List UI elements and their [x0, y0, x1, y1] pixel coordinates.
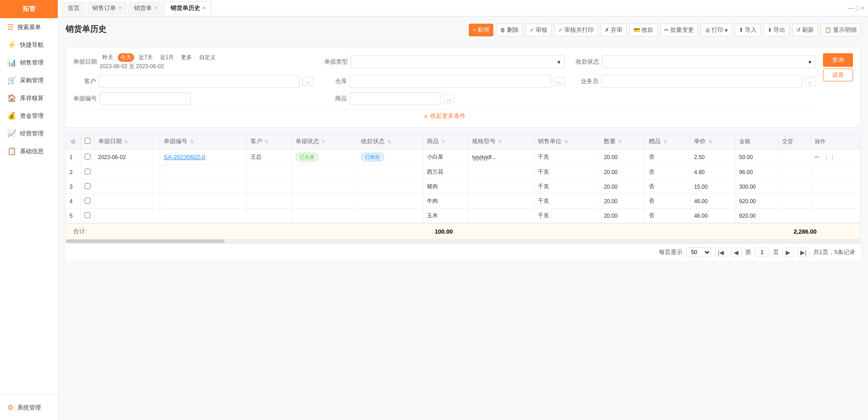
edit-icon[interactable]: ✏	[815, 154, 820, 160]
sort-icon[interactable]: ⇅	[498, 139, 502, 144]
last-page-btn[interactable]: ▶|	[797, 248, 809, 257]
search-menu-icon: ☰	[7, 23, 14, 31]
tab-label: 销货单	[134, 4, 152, 12]
select-all-checkbox[interactable]	[85, 138, 90, 144]
date-tab-today[interactable]: 今天	[118, 53, 134, 62]
sidebar-item-sales-mgmt[interactable]: 📊 销售管理	[0, 54, 58, 71]
sort-icon[interactable]: ⇅	[564, 139, 568, 144]
customer-ellipsis-btn[interactable]: ...	[302, 77, 313, 86]
scrollbar-thumb[interactable]	[66, 240, 225, 243]
tab-close-icon[interactable]: ×	[155, 5, 157, 10]
sys-admin-icon: ⚙	[7, 403, 14, 412]
refresh-icon: ↺	[796, 27, 801, 33]
row-checkbox[interactable]	[85, 212, 90, 218]
refresh-button[interactable]: ↺ 刷新	[792, 24, 818, 36]
first-page-btn[interactable]: |◀	[715, 248, 727, 257]
batch-icon: ✏	[664, 27, 669, 33]
row-num: 2	[66, 165, 80, 180]
warehouse-input[interactable]	[350, 75, 551, 88]
audit-print-button[interactable]: ✓ 审核并打印	[554, 24, 598, 36]
sidebar-item-operations[interactable]: 📈 经营管理	[0, 125, 58, 142]
collect-button[interactable]: 💳 收款	[629, 24, 657, 36]
next-page-btn[interactable]: ▶	[783, 248, 793, 257]
row-checkbox[interactable]	[85, 169, 90, 175]
payment-status-select[interactable]: ▾	[602, 55, 816, 68]
row-checkbox[interactable]	[85, 198, 90, 204]
row-checkbox[interactable]	[85, 154, 90, 160]
doc-num-link[interactable]: SA-20230602-0	[164, 154, 205, 160]
cell-customer	[246, 209, 291, 223]
more-icon[interactable]: ⋮⋮	[823, 154, 835, 160]
customer-input[interactable]	[99, 75, 300, 88]
pagination-area: 每页显示 50 100 200 |◀ ◀ 第 页 ▶ ▶| 共1页，5条记录	[65, 243, 861, 261]
batch-change-button[interactable]: ✏ 批量变更	[660, 24, 698, 36]
sort-icon[interactable]: ⇅	[708, 139, 712, 144]
date-tab-7days[interactable]: 近7天	[136, 53, 156, 62]
settings-icon[interactable]: ⚙	[70, 138, 76, 145]
abandon-button[interactable]: ✗ 弃审	[601, 24, 627, 36]
sort-icon[interactable]: ⇅	[387, 139, 391, 144]
col-customer-label: 客户	[251, 138, 262, 145]
per-page-select[interactable]: 50 100 200	[686, 247, 711, 257]
sort-icon[interactable]: ⇅	[321, 139, 325, 144]
horizontal-scrollbar[interactable]	[66, 239, 860, 243]
date-tab-custom[interactable]: 自定义	[196, 53, 218, 62]
col-checkbox[interactable]	[80, 134, 94, 150]
salesperson-ellipsis-btn[interactable]: ...	[805, 77, 816, 86]
tab-sales-order[interactable]: 销售订单 ×	[86, 1, 127, 15]
sort-icon[interactable]: ⇅	[618, 139, 622, 144]
customer-label: 客户	[73, 77, 96, 85]
sort-icon[interactable]: ⇅	[190, 139, 194, 144]
delete-button[interactable]: 🗑 删除	[496, 24, 523, 36]
goods-input[interactable]	[350, 92, 441, 105]
col-date-label: 单据日期	[98, 138, 122, 145]
row-checkbox[interactable]	[85, 183, 90, 189]
date-tab-1month[interactable]: 近1月	[157, 53, 177, 62]
tab-home[interactable]: 首页	[62, 1, 85, 15]
sidebar-item-search-menu[interactable]: ☰ 搜索菜单	[0, 18, 58, 36]
sidebar-item-label: 经营管理	[20, 130, 44, 138]
sort-icon[interactable]: ⇅	[663, 139, 667, 144]
export-button[interactable]: ⬇ 导出	[763, 24, 789, 36]
date-tab-more[interactable]: 更多	[178, 53, 195, 62]
sidebar-item-sys-admin[interactable]: ⚙ 系统管理	[0, 399, 58, 416]
settings-button[interactable]: 设置	[823, 69, 853, 81]
show-detail-button[interactable]: 📋 显示明细	[821, 24, 861, 36]
sidebar-item-inventory[interactable]: 🏠 库存核算	[0, 89, 58, 107]
sidebar-item-label: 销售管理	[20, 59, 44, 67]
collapse-filter-btn[interactable]: ∧ 收起更多条件	[73, 110, 816, 122]
prev-page-btn[interactable]: ◀	[731, 248, 742, 257]
import-button[interactable]: ⬆ 导入	[735, 24, 761, 36]
doc-num-input[interactable]	[100, 92, 191, 105]
sidebar-item-finance[interactable]: 💰 资金管理	[0, 107, 58, 125]
cell-customer	[246, 194, 291, 209]
sort-icon[interactable]: ⇅	[265, 139, 268, 144]
filter-warehouse: 仓库 ...	[324, 75, 564, 88]
warehouse-ellipsis-btn[interactable]: ...	[554, 77, 565, 86]
tab-close-icon[interactable]: ×	[203, 5, 206, 10]
salesperson-input[interactable]	[601, 75, 802, 88]
print-button[interactable]: 🖨 打印 ▾	[701, 24, 732, 36]
date-tab-yesterday[interactable]: 昨天	[100, 53, 116, 62]
tab-sales-history[interactable]: 销货单历史 ×	[165, 1, 211, 15]
col-settings[interactable]: ⚙	[66, 134, 80, 150]
tab-bar-right: — □ ×	[848, 5, 864, 11]
tab-sales-goods[interactable]: 销货单 ×	[128, 1, 163, 15]
sidebar-item-purchase-mgmt[interactable]: 🛒 采购管理	[0, 71, 58, 89]
cell-customer	[246, 180, 291, 194]
sidebar-item-quick-nav[interactable]: ⚡ 快捷导航	[0, 36, 58, 54]
doc-type-select[interactable]: ▾	[351, 55, 564, 68]
new-button[interactable]: + 新增	[469, 24, 493, 36]
audit-button[interactable]: ✓ 审核	[526, 24, 552, 36]
page-unit: 页	[773, 248, 779, 256]
cell-doc-status	[291, 165, 357, 180]
goods-ellipsis-btn[interactable]: ...	[443, 94, 454, 103]
page-input[interactable]	[755, 248, 769, 257]
sort-icon[interactable]: ⇅	[124, 139, 128, 144]
cell-qty: 20.00	[600, 180, 645, 194]
tab-close-icon[interactable]: ×	[119, 5, 121, 10]
sidebar-item-basic-info[interactable]: 📋 基础信息	[0, 142, 58, 160]
query-button[interactable]: 查询	[823, 53, 853, 67]
sort-icon[interactable]: ⇅	[442, 139, 445, 144]
cell-price: 46.00	[690, 194, 735, 209]
